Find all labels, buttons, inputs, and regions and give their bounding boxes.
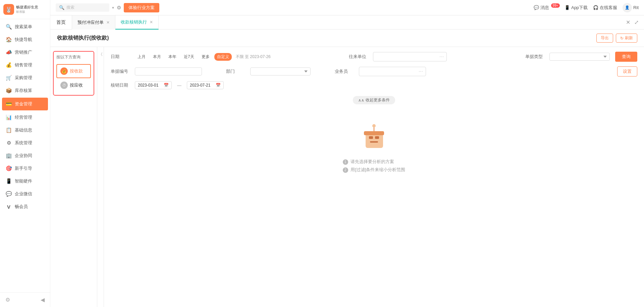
date-btn-this-year[interactable]: 本年 [166, 53, 179, 61]
sidebar-item-member[interactable]: V 畅会员 [0, 200, 50, 213]
counterparty-input[interactable]: ··· [373, 52, 447, 61]
page-header-actions: 导出 ↻ 刷新 [596, 34, 637, 47]
counterparty-dots-icon[interactable]: ··· [439, 54, 444, 60]
filter-option-receipt[interactable]: 💰 按收款 [56, 64, 91, 78]
tab-collection-close[interactable]: ✕ [150, 20, 153, 24]
empty-state: 1 请先选择要分析的方案 2 用[过滤]条件来缩小分析范围 [111, 121, 637, 175]
export-button[interactable]: 导出 [596, 34, 613, 43]
sidebar-nav: 🔍 搜索菜单 🏠 快捷导航 📣 营销推广 💰 销售管理 🛒 采购管理 📦 库存核… [0, 19, 50, 292]
svg-rect-1 [364, 131, 384, 135]
page-header: 收款核销执行(按收款) 导出 ↻ 刷新 [50, 30, 644, 47]
hardware-icon: 📱 [5, 178, 12, 184]
date-separator: — [177, 83, 181, 88]
sidebar-item-search[interactable]: 🔍 搜索菜单 [0, 20, 50, 33]
svg-rect-0 [366, 134, 383, 148]
sidebar-label-member: 畅会员 [15, 204, 28, 210]
sidebar-item-enterprise[interactable]: 🏢 企业协同 [0, 149, 50, 162]
guide-icon: 🎯 [5, 165, 12, 171]
counterparty-label: 往来单位 [349, 54, 368, 60]
operations-icon: 📊 [5, 114, 12, 120]
refresh-button[interactable]: ↻ 刷新 [616, 34, 637, 43]
app-name: 畅捷通好生意 [16, 5, 38, 9]
filter-sidebar: 按以下方查询 💰 按收款 ⏱ 按应收 [50, 47, 97, 307]
query-button[interactable]: 查询 [615, 52, 637, 62]
empty-illustration [357, 121, 391, 155]
message-item[interactable]: 💬 消息 99+ [534, 5, 559, 11]
sidebar-item-operations[interactable]: 📊 经营管理 [0, 111, 50, 124]
settings-bottom-icon[interactable]: ⚙ [5, 297, 10, 303]
doc-type-select[interactable] [549, 53, 610, 61]
svg-rect-3 [375, 136, 379, 139]
sidebar-item-inventory[interactable]: 📦 库存核算 [0, 84, 50, 97]
message-label: 消息 [540, 5, 549, 11]
filter-option-receivable[interactable]: ⏱ 按应收 [56, 78, 91, 92]
sidebar-item-system[interactable]: ⚙ 系统管理 [0, 137, 50, 149]
doc-no-label: 单据编号 [111, 68, 129, 74]
verify-date-end[interactable]: 2023-07-21 📅 [187, 81, 224, 89]
tab-expand-icon[interactable]: ⤢ [633, 18, 640, 27]
salesperson-dots-icon[interactable]: ··· [419, 68, 423, 74]
top-header: 🔍 搜索 ▾ ⚙ 体验行业方案 💬 消息 99+ 📱 App下载 🎧 在线客服 [50, 0, 644, 15]
sidebar-item-basic[interactable]: 📋 基础信息 [0, 124, 50, 137]
app-download-item[interactable]: 📱 App下载 [565, 5, 588, 11]
sidebar-label-purchase: 采购管理 [15, 75, 32, 81]
verify-date-end-value: 2023-07-21 [190, 83, 210, 88]
svg-rect-4 [370, 141, 378, 143]
tab-prepay[interactable]: 预付冲应付单 ✕ [72, 15, 115, 30]
sidebar-item-guide[interactable]: 🎯 新手引导 [0, 162, 50, 175]
sales-icon: 💰 [5, 62, 12, 68]
app-badge: 标准版 [16, 10, 38, 14]
system-icon: ⚙ [5, 140, 12, 146]
calendar-start-icon[interactable]: 📅 [164, 83, 169, 88]
sidebar-item-funds[interactable]: 💳 资金管理 [2, 98, 48, 110]
industry-btn[interactable]: 体验行业方案 [124, 3, 159, 12]
date-btn-7days[interactable]: 近7天 [181, 53, 197, 61]
date-btn-more[interactable]: 更多 [199, 53, 212, 61]
date-btn-this-month[interactable]: 本月 [150, 53, 164, 61]
basic-icon: 📋 [5, 127, 12, 133]
online-service-item[interactable]: 🎧 在线客服 [593, 5, 617, 11]
filter-sidebar-box: 按以下方查询 💰 按收款 ⏱ 按应收 [53, 51, 94, 96]
tab-home[interactable]: 首页 [50, 15, 72, 30]
svg-rect-2 [369, 136, 373, 139]
header-search-area[interactable]: 🔍 搜索 [56, 3, 109, 12]
collapse-sidebar-icon[interactable]: ◀ [41, 297, 45, 303]
collapse-more-btn[interactable]: ∧∧ 收起更多条件 [353, 96, 395, 104]
sidebar-item-quick-nav[interactable]: 🏠 快捷导航 [0, 33, 50, 46]
main-area: 🔍 搜索 ▾ ⚙ 体验行业方案 💬 消息 99+ 📱 App下载 🎧 在线客服 [50, 0, 644, 307]
sidebar-item-sales[interactable]: 💰 销售管理 [0, 59, 50, 71]
sidebar-item-purchase[interactable]: 🛒 采购管理 [0, 71, 50, 84]
dept-select[interactable] [250, 67, 311, 75]
doc-no-input[interactable] [135, 67, 202, 75]
sidebar-item-wechat[interactable]: 💬 企业微信 [0, 188, 50, 200]
header-dropdown-icon[interactable]: ▾ [112, 5, 114, 10]
sidebar-item-hardware[interactable]: 📱 智能硬件 [0, 175, 50, 188]
settings-button[interactable]: 设置 [617, 66, 637, 76]
header-gear-icon[interactable]: ⚙ [117, 5, 121, 11]
sidebar-item-marketing[interactable]: 📣 营销推广 [0, 46, 50, 59]
sidebar-label-enterprise: 企业协同 [15, 153, 32, 159]
sidebar-label-basic: 基础信息 [15, 127, 32, 133]
salesperson-input[interactable]: ··· [359, 67, 426, 76]
collapse-more-label: 收起更多条件 [366, 97, 390, 103]
date-btn-custom[interactable]: 自定义 [214, 53, 232, 61]
tab-close-all-icon[interactable]: ✕ [625, 18, 632, 27]
filter-collapse-toggle[interactable]: 《 [97, 47, 104, 307]
wechat-icon: 💬 [5, 191, 12, 197]
message-badge: 99+ [551, 3, 560, 8]
verify-date-start-value: 2023-03-01 [138, 83, 158, 88]
sidebar-label-wechat: 企业微信 [15, 191, 32, 197]
chevron-left-icon: 《 [99, 52, 103, 57]
page-content: 收款核销执行(按收款) 导出 ↻ 刷新 按以下方查询 💰 按收款 [50, 30, 644, 307]
online-service-label: 在线客服 [600, 5, 617, 11]
date-btn-last-month[interactable]: 上月 [135, 53, 148, 61]
tab-collection[interactable]: 收款核销执行 ✕ [115, 15, 159, 30]
header-right: 💬 消息 99+ 📱 App下载 🎧 在线客服 👤 Rit [534, 3, 639, 12]
verify-date-start[interactable]: 2023-03-01 📅 [135, 81, 172, 89]
tab-prepay-close[interactable]: ✕ [106, 20, 110, 25]
calendar-end-icon[interactable]: 📅 [216, 83, 221, 88]
sidebar-label-marketing: 营销推广 [15, 49, 32, 55]
filter-option-receivable-label: 按应收 [70, 82, 83, 88]
salesperson-label: 业务员 [335, 68, 354, 74]
user-info[interactable]: 👤 Rit [623, 3, 639, 12]
